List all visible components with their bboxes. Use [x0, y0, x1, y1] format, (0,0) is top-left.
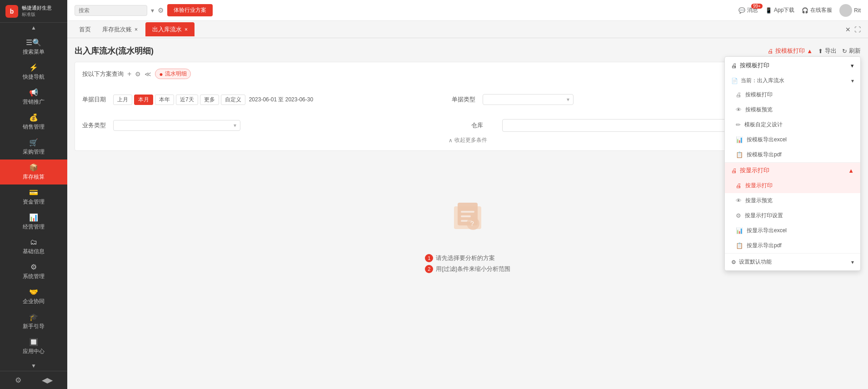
biz-type-field: 业务类型 ▾: [82, 120, 464, 131]
current-template-arrow: ▾: [851, 78, 854, 84]
search-input[interactable]: [75, 5, 147, 16]
page-actions: 🖨 按模板打印 ▲ ⬆ 导出 ↻ 刷新: [768, 47, 861, 55]
template-print-header[interactable]: 🖨 按模板打印 ▾: [725, 57, 860, 74]
template-preview-item[interactable]: 👁 按模板预览: [725, 102, 860, 117]
search-button[interactable]: ▾: [151, 7, 154, 14]
filter-tag-label: 流水明细: [165, 70, 187, 78]
sidebar-item-label: 采购管理: [23, 148, 45, 156]
print-item-icon: 🖨: [736, 91, 742, 98]
sidebar-item-sales[interactable]: 💰 销售管理: [0, 110, 67, 135]
date-tab-custom[interactable]: 自定义: [221, 95, 245, 105]
date-tab-last-month[interactable]: 上月: [113, 95, 132, 105]
sidebar-item-quicknav[interactable]: ⚡ 快捷导航: [0, 60, 67, 85]
sidebar-item-inventory[interactable]: 📦 库存核算: [0, 160, 67, 185]
step-1-number: 1: [425, 254, 433, 262]
template-export-pdf-item[interactable]: 📋 按模板导出pdf: [725, 147, 860, 162]
inventory-icon: 📦: [29, 163, 38, 172]
doc-type-label: 单据类型: [452, 95, 479, 104]
sidebar-item-finance[interactable]: 💳 资金管理: [0, 185, 67, 209]
template-print-section: 🖨 按模板打印 ▾ 📄 当前：出入库流水 ▾ 🖨 按模板打印: [725, 57, 860, 163]
sidebar-item-purchase[interactable]: 🛒 采购管理: [0, 135, 67, 160]
display-preview-item[interactable]: 👁 按显示预览: [725, 193, 860, 208]
step-2-number: 2: [425, 265, 433, 273]
close-all-tabs-button[interactable]: ✕: [845, 26, 851, 33]
footer-arrow: ▾: [851, 259, 854, 265]
settings-footer-icon[interactable]: ⚙: [15, 376, 21, 384]
sidebar-item-label: 库存核算: [23, 173, 45, 181]
date-range-display: 2023-06-01 至 2023-06-30: [249, 96, 313, 104]
message-badge: 99+: [751, 4, 763, 9]
topbar-gear-button[interactable]: ⚙: [158, 6, 164, 15]
filter-collapse-button[interactable]: ≪: [145, 70, 151, 78]
tab-inventory-batch[interactable]: 库存批次账 ×: [95, 22, 145, 36]
display-print-item-label: 按显示打印: [745, 182, 773, 190]
pdf-icon: 📋: [736, 151, 743, 158]
sidebar-scroll-up[interactable]: ▲: [0, 23, 67, 33]
default-func-icon: ⚙: [731, 259, 736, 265]
doc-type-select[interactable]: ▾: [483, 94, 574, 105]
export-button[interactable]: ⬆ 导出: [818, 47, 837, 55]
tab-close-active-icon[interactable]: ×: [185, 27, 188, 32]
display-print-settings-label: 按显示打印设置: [745, 212, 783, 219]
maximize-button[interactable]: ⛶: [854, 26, 861, 33]
filter-tag[interactable]: ● 流水明细: [155, 69, 190, 79]
date-tab-current-year[interactable]: 本年: [155, 95, 174, 105]
print-icon: 🖨: [768, 48, 773, 55]
message-item[interactable]: 💬 消息 99+: [738, 6, 758, 14]
display-print-settings-item[interactable]: ⚙ 按显示打印设置: [725, 208, 860, 223]
tab-inout-flow[interactable]: 出入库流水 ×: [145, 22, 195, 36]
template-print-item[interactable]: 🖨 按模板打印: [725, 87, 860, 102]
biz-type-select[interactable]: ▾: [113, 120, 240, 131]
set-default-function-item[interactable]: ⚙ 设置默认功能 ▾: [725, 254, 860, 270]
sidebar-item-collab[interactable]: 🤝 企业协同: [0, 284, 67, 309]
user-avatar-item[interactable]: Rit: [839, 4, 861, 17]
sidebar-logo: b 畅捷通好生意 标准版: [0, 0, 67, 23]
empty-steps-list: 1 请先选择要分析的方案 2 用[过滤]条件来缩小分析范围: [425, 254, 510, 276]
sidebar-scroll-down[interactable]: ▼: [0, 361, 67, 371]
display-print-header[interactable]: 🖨 按显示打印 ▲: [725, 163, 860, 178]
sidebar-footer: ⚙ ◀▶: [0, 371, 67, 389]
topbar-left: ▾ ⚙ 体验行业方案: [75, 4, 738, 16]
display-export-pdf-item[interactable]: 📋 按显示导出pdf: [725, 238, 860, 253]
tabbar-right: ✕ ⛶: [845, 26, 861, 33]
refresh-button[interactable]: ↻ 刷新: [842, 47, 861, 55]
sidebar-item-guide[interactable]: 🎓 新手引导: [0, 309, 67, 334]
display-excel-icon: 📊: [736, 227, 743, 234]
display-export-excel-item[interactable]: 📊 按显示导出excel: [725, 223, 860, 238]
sidebar-item-basics[interactable]: 🗂 基础信息: [0, 234, 67, 259]
sidebar-item-operations[interactable]: 📊 经营管理: [0, 209, 67, 234]
collapse-sidebar-icon[interactable]: ◀▶: [42, 376, 53, 384]
industry-solution-button[interactable]: 体验行业方案: [167, 4, 213, 16]
sidebar-item-marketing[interactable]: 📢 营销推广: [0, 85, 67, 110]
app-download-item[interactable]: 📱 App下载: [765, 6, 794, 14]
sidebar-item-search[interactable]: ☰🔍 搜索菜单: [0, 35, 67, 60]
current-template-item[interactable]: 📄 当前：出入库流水 ▾: [725, 74, 860, 87]
default-func-label: 设置默认功能: [739, 258, 772, 266]
template-design-item[interactable]: ✏ 模板自定义设计: [725, 117, 860, 132]
svg-text:?: ?: [470, 220, 474, 227]
date-tab-more[interactable]: 更多: [200, 95, 219, 105]
sidebar-item-label: 快捷导航: [23, 73, 45, 81]
system-icon: ⚙: [30, 263, 37, 271]
date-tab-current-month[interactable]: 本月: [134, 95, 153, 105]
collapse-up-icon: ∧: [449, 137, 453, 144]
display-print-item[interactable]: 🖨 按显示打印: [725, 178, 860, 193]
template-export-excel-item[interactable]: 📊 按模板导出excel: [725, 132, 860, 147]
print-template-button[interactable]: 🖨 按模板打印 ▲: [768, 47, 813, 55]
tab-home[interactable]: 首页: [75, 23, 95, 36]
filter-add-button[interactable]: +: [127, 70, 131, 78]
online-service-item[interactable]: 🎧 在线客服: [802, 6, 832, 14]
display-preview-label: 按显示预览: [745, 197, 773, 204]
tag-dot-icon: ●: [159, 70, 163, 78]
filter-gear-button[interactable]: ⚙: [135, 70, 141, 78]
date-range-text: 2023-06-01 至 2023-06-30: [249, 96, 313, 104]
preview-icon: 👁: [736, 106, 742, 113]
sidebar-item-system[interactable]: ⚙ 系统管理: [0, 259, 67, 284]
step-1-text: 请先选择要分析的方案: [436, 254, 495, 262]
biz-type-chevron-icon: ▾: [234, 122, 236, 129]
tab-close-icon[interactable]: ×: [135, 27, 138, 32]
sidebar-item-wechat[interactable]: 💬 企业微信: [0, 359, 67, 361]
sidebar-item-appstore[interactable]: 🔲 应用中心: [0, 334, 67, 359]
date-tab-7days[interactable]: 近7天: [176, 95, 198, 105]
maximize-icon: ⛶: [854, 26, 861, 33]
